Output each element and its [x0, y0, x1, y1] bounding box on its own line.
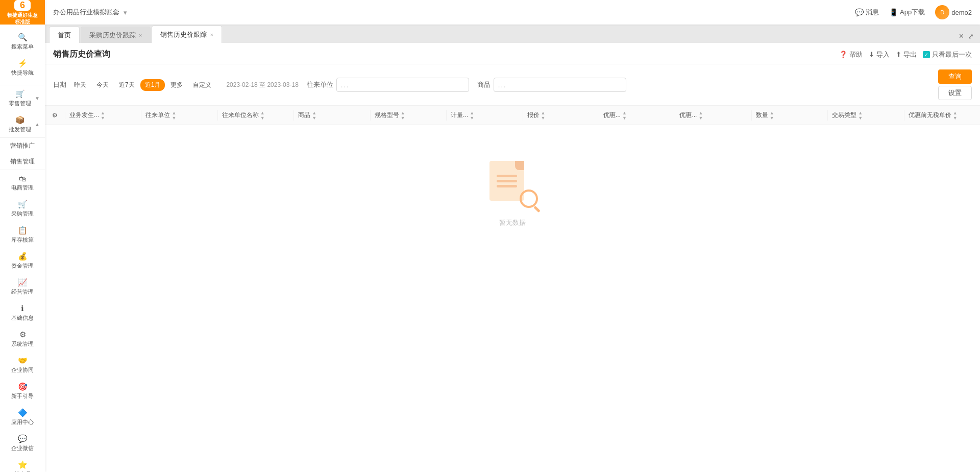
- window-close-icon[interactable]: ×: [959, 32, 964, 41]
- filter-actions: 查询 设置: [938, 69, 972, 100]
- sidebar-item-wechat[interactable]: 💬 企业微信: [0, 430, 45, 456]
- th-partner-code[interactable]: 往来单位 ▲▼: [141, 110, 217, 121]
- workspace-label[interactable]: 办公用品行业模拟账套: [53, 8, 119, 17]
- empty-icon: [484, 156, 541, 212]
- sidebar-item-corp[interactable]: 🤝 企业协同: [0, 352, 45, 378]
- th-product[interactable]: 商品 ▲▼: [294, 110, 370, 121]
- tab-sales[interactable]: 销售历史价跟踪 ×: [152, 26, 222, 43]
- window-maximize-icon[interactable]: ⤢: [968, 32, 974, 40]
- th-price-label: 报价: [527, 111, 540, 120]
- help-label: 帮助: [849, 50, 863, 59]
- th-pretax-price[interactable]: 优惠前无税单价 ▲▼: [904, 110, 980, 121]
- sidebar-item-retail[interactable]: 🛒 零售管理 ▼: [0, 85, 45, 111]
- tabbar: 首页 采购历史价跟踪 × 销售历史价跟踪 × × ⤢: [45, 25, 980, 43]
- export-btn[interactable]: ⬆ 导出: [896, 50, 917, 59]
- tab-purchase[interactable]: 采购历史价跟踪 ×: [81, 27, 151, 43]
- wholesale-arrow-icon: ▲: [35, 122, 40, 127]
- tab-home[interactable]: 首页: [49, 27, 80, 43]
- app-download-btn[interactable]: 📱 App下载: [889, 8, 925, 17]
- th-discount2[interactable]: 优惠... ▲▼: [675, 110, 751, 121]
- topbar: 办公用品行业模拟账套 ▾ 💬 消息 📱 App下载 D demo2: [45, 0, 980, 25]
- page-title: 销售历史价查询: [53, 49, 110, 60]
- settings-button[interactable]: 设置: [938, 86, 972, 100]
- only-last-checkbox[interactable]: 只看最后一次: [923, 50, 972, 59]
- th-discount2-label: 优惠...: [679, 111, 697, 120]
- product-filter: 商品 ...: [477, 78, 626, 92]
- app-logo-subtext: 标准版: [15, 18, 30, 25]
- wholesale-icon: 📦: [15, 115, 25, 125]
- sidebar-item-sales-mgmt[interactable]: 销售管理: [0, 154, 45, 170]
- tab-purchase-close-icon[interactable]: ×: [139, 32, 142, 38]
- message-icon: 💬: [855, 8, 864, 16]
- th-partner-name[interactable]: 往来单位名称 ▲▼: [218, 110, 294, 121]
- empty-state: 暂无数据: [45, 125, 980, 258]
- import-label: 导入: [876, 50, 890, 59]
- sidebar-item-wholesale[interactable]: 📦 批发管理 ▲: [0, 111, 45, 137]
- sidebar-wholesale-sub: 营销推广 销售管理: [0, 138, 45, 170]
- basic-icon: ℹ: [21, 304, 24, 313]
- th-unit[interactable]: 计量... ▲▼: [447, 110, 523, 121]
- date-filter-label: 日期: [53, 80, 66, 89]
- th-gear[interactable]: ⚙: [45, 112, 65, 119]
- sidebar-item-quick[interactable]: ⚡ 快捷导航: [3, 55, 42, 81]
- app-download-label: App下载: [900, 8, 925, 17]
- help-btn[interactable]: ❓ 帮助: [839, 50, 863, 59]
- sidebar-item-inventory[interactable]: 📋 库存核算: [0, 222, 45, 248]
- date-btn-more[interactable]: 更多: [166, 79, 187, 91]
- user-profile-btn[interactable]: D demo2: [935, 5, 972, 19]
- th-price[interactable]: 报价 ▲▼: [523, 110, 599, 121]
- th-biz-date-sort-icon: ▲▼: [101, 110, 105, 121]
- sidebar-item-purchase[interactable]: 🛒 采购管理: [0, 196, 45, 222]
- sidebar-item-finance[interactable]: 💰 资金管理: [0, 248, 45, 274]
- sidebar-inventory-label: 库存核算: [11, 236, 34, 244]
- sidebar-corp-label: 企业协同: [11, 366, 34, 374]
- product-input-dots: ...: [498, 81, 507, 89]
- date-range-text: 2023-02-18 至 2023-03-18: [226, 81, 298, 88]
- sidebar-item-search[interactable]: 🔍 搜索菜单: [3, 29, 42, 55]
- th-quantity[interactable]: 数量 ▲▼: [752, 110, 828, 121]
- message-btn[interactable]: 💬 消息: [855, 8, 879, 17]
- th-trade-type[interactable]: 交易类型 ▲▼: [828, 110, 904, 121]
- sidebar-item-apps[interactable]: 🔷 应用中心: [0, 404, 45, 430]
- export-icon: ⬆: [896, 51, 901, 58]
- th-product-sort-icon: ▲▼: [312, 110, 316, 121]
- import-btn[interactable]: ⬇ 导入: [869, 50, 890, 59]
- help-icon: ❓: [839, 51, 847, 58]
- date-btn-yesterday[interactable]: 昨天: [69, 79, 91, 91]
- sidebar-item-member[interactable]: ⭐ 畅会员: [0, 456, 45, 472]
- th-discount1[interactable]: 优惠... ▲▼: [599, 110, 675, 121]
- ecommerce-icon: 🛍: [19, 174, 27, 183]
- date-btn-1month[interactable]: 近1月: [140, 79, 165, 91]
- only-last-label: 只看最后一次: [932, 50, 972, 59]
- wechat-icon: 💬: [18, 434, 28, 443]
- th-spec[interactable]: 规格型号 ▲▼: [371, 110, 447, 121]
- sidebar-item-basic[interactable]: ℹ 基础信息: [0, 300, 45, 326]
- sidebar-item-ecommerce[interactable]: 🛍 电商管理: [0, 170, 45, 196]
- tab-sales-close-icon[interactable]: ×: [210, 32, 213, 38]
- product-input[interactable]: ...: [494, 78, 626, 92]
- sidebar-item-system[interactable]: ⚙ 系统管理: [0, 326, 45, 352]
- sidebar-item-operations[interactable]: 📈 经营管理: [0, 274, 45, 300]
- partner-input[interactable]: ...: [336, 78, 469, 92]
- finance-icon: 💰: [18, 252, 28, 261]
- table-header: ⚙ 业务发生... ▲▼ 往来单位 ▲▼ 往来单位名称 ▲▼: [45, 106, 980, 125]
- date-buttons: 昨天 今天 近7天 近1月 更多 自定义: [69, 79, 216, 91]
- sidebar-basic-label: 基础信息: [11, 314, 34, 322]
- retail-icon: 🛒: [15, 89, 25, 99]
- sidebar-item-guide[interactable]: 🎯 新手引导: [0, 378, 45, 404]
- th-biz-date[interactable]: 业务发生... ▲▼: [65, 110, 141, 121]
- username-label: demo2: [951, 9, 972, 16]
- system-icon: ⚙: [19, 330, 26, 339]
- th-partner-name-sort-icon: ▲▼: [260, 110, 265, 121]
- sidebar-item-marketing[interactable]: 营销推广: [0, 138, 45, 154]
- query-button[interactable]: 查询: [938, 69, 972, 84]
- th-pretax-price-label: 优惠前无税单价: [909, 111, 951, 120]
- sidebar-purchase-label: 采购管理: [11, 210, 34, 218]
- date-btn-today[interactable]: 今天: [92, 79, 113, 91]
- sidebar-other-section: 🛍 电商管理 🛒 采购管理 📋 库存核算 💰 资金管理 📈 经营管理 ℹ 基础信…: [0, 170, 45, 472]
- tab-purchase-label: 采购历史价跟踪: [89, 31, 136, 40]
- date-btn-custom[interactable]: 自定义: [188, 79, 216, 91]
- workspace-dropdown-icon[interactable]: ▾: [124, 9, 127, 16]
- content-body: ⚙ 业务发生... ▲▼ 往来单位 ▲▼ 往来单位名称 ▲▼: [45, 106, 980, 472]
- date-btn-7days[interactable]: 近7天: [114, 79, 139, 91]
